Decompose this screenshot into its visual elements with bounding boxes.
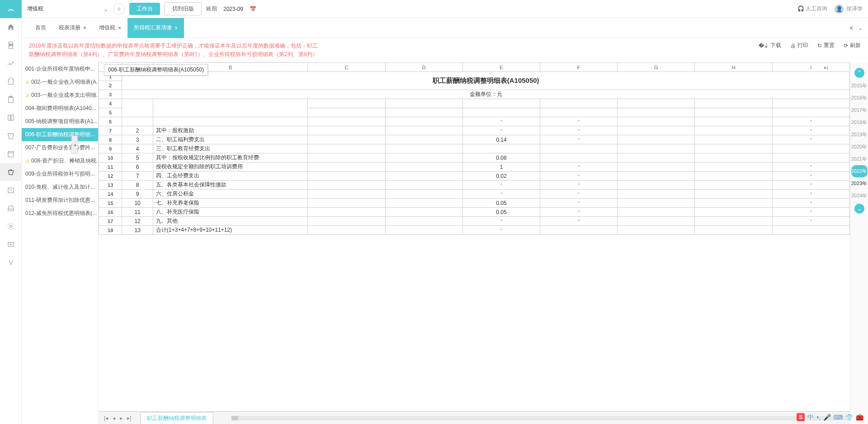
nav-home-icon[interactable] [0,18,22,36]
period-label: 账期 [206,5,217,13]
col-header[interactable]: E [462,63,540,72]
tab-close-icon[interactable]: × [83,25,86,31]
year-2019年[interactable]: 2019年 [851,129,868,141]
tax-type-dropdown[interactable]: 增值税 ⌄ [27,5,108,13]
ime-logo-icon[interactable]: S [797,413,805,421]
nav-archive-icon[interactable] [0,181,22,199]
workspace-button[interactable]: 工作台 [129,3,160,15]
sheet-hscroll[interactable] [231,416,850,420]
download-button[interactable]: �⤓ 下载 [759,42,781,49]
ime-toolbar: S 中 •, 🎤 ⌨ 👕 🧰 [797,413,863,421]
table-row: 72其中：股权激励*** [99,126,850,135]
sheet-nav-last-icon[interactable]: ▸| [125,415,133,421]
reset-button[interactable]: ↻ 重置 [817,42,835,49]
ime-mode[interactable]: 中 [807,413,814,421]
tab-0[interactable]: 首页 [29,18,52,38]
ime-skin-icon[interactable]: 👕 [845,414,853,421]
nav-tax-icon[interactable] [0,163,22,181]
calendar-icon[interactable]: 📅 [250,6,256,12]
tab-2[interactable]: 增值税 × [93,18,127,38]
ime-kb-icon[interactable]: ⌨ [834,414,843,421]
expand-panel-icon[interactable]: ▸| [824,64,828,71]
form-item-4[interactable]: 005-纳税调整项目明细表(A1... [22,115,98,128]
table-row: 6*** [99,117,850,126]
table-row: 116按税收规定全额扣除的职工培训费用1** [99,162,850,172]
nav-inbox-icon[interactable] [0,199,22,217]
collapse-sidebar-icon[interactable]: ◂ [71,136,78,154]
refresh-button[interactable]: ⟳ 刷新 [844,42,861,49]
nav-doc-icon[interactable] [0,36,22,54]
warn-icon: ⚠ [25,80,29,85]
tab-close-icon[interactable]: × [175,25,178,31]
col-header[interactable]: F [540,63,618,72]
sheet-nav-prev-icon[interactable]: ◂ [111,415,117,421]
tax-type-label: 增值税 [27,5,43,13]
print-button[interactable]: 🖨 打印 [790,42,808,49]
sheet-nav-first-icon[interactable]: |◂ [102,415,110,421]
form-item-8[interactable]: 009-企业所得税弥补亏损明... [22,167,98,181]
tab-menu-icon[interactable]: ⌄ [858,25,863,31]
nav-shirt-icon[interactable] [0,127,22,145]
form-item-6[interactable]: 007-广告费和业务宣传费跨... [22,141,98,154]
ime-mic-icon[interactable]: 🎤 [823,414,831,421]
year-2018年[interactable]: 2018年 [851,116,868,129]
form-item-2[interactable]: ⚠003-一般企业成本支出明细... [22,89,98,102]
table-row: 94三、职工教育经费支出 [99,144,850,153]
sheet-tab[interactable]: 职工薪酬纳税调整明细表 [140,412,213,424]
form-item-1[interactable]: ⚠002-一般企业收入明细表(A... [22,76,98,89]
table-row: 127四、工会经费支出0.02** [99,172,850,181]
nav-chart-icon[interactable] [0,54,22,72]
nav-clipboard-icon[interactable] [0,91,22,109]
year-2021年[interactable]: 2021年 [851,153,868,165]
svg-point-4 [9,225,12,228]
col-header[interactable]: D [385,63,462,72]
tab-1[interactable]: 税表清册 × [52,18,93,38]
col-header[interactable]: I [772,63,849,72]
year-2024年[interactable]: 2024年 [851,190,868,202]
sheet-nav-next-icon[interactable]: ▸ [118,415,124,421]
form-item-9[interactable]: 010-免税、减计收入及加计... [22,181,98,194]
year-2022年[interactable]: 2022年 [851,165,868,177]
year-2017年[interactable]: 2017年 [851,104,868,116]
user-menu[interactable]: 👤 徐泽华 [835,5,863,14]
warn-icon: ⚠ [25,93,29,98]
ime-tool-icon[interactable]: 🧰 [856,414,863,421]
year-2015年[interactable]: 2015年 [851,80,868,92]
nav-bag-icon[interactable] [0,72,22,91]
ime-punct-icon[interactable]: •, [816,414,821,421]
col-header[interactable]: G [618,63,695,72]
form-item-0[interactable]: 001-企业所得税年度纳税申... [22,62,98,76]
tab-close-icon[interactable]: × [118,25,121,31]
nav-video-icon[interactable] [0,235,22,253]
nav-calendar-icon[interactable] [0,145,22,163]
form-item-11[interactable]: 012-减免所得税优惠明细表(... [22,207,98,220]
nav-book-icon[interactable] [0,109,22,127]
svg-rect-2 [8,152,14,157]
top-bar: 增值税 ⌄ ≡ 工作台 切到旧版 账期 2023-09 📅 🎧 人工咨询 👤 徐… [22,0,868,18]
form-item-5[interactable]: 006-职工薪酬纳税调整明细... [22,128,98,141]
year-panel: ⌃ 2015年2016年2017年2018年2019年2020年2021年202… [850,62,868,424]
year-2023年[interactable]: 2023年 [851,177,868,190]
year-up-icon[interactable]: ⌃ [854,68,864,78]
col-header[interactable]: C [308,63,385,72]
info-button[interactable]: ≡ [113,3,125,15]
sheet-tab-bar: |◂ ◂ ▸ ▸| 职工薪酬纳税调整明细表 [99,411,850,424]
col-header[interactable]: H [695,63,772,72]
sheet-title: 职工薪酬纳税调整明细表(A105050) [122,72,850,90]
avatar-icon: 👤 [835,5,844,14]
old-version-button[interactable]: 切到旧版 [165,2,202,15]
form-item-10[interactable]: 011-研发费用加计扣除优惠... [22,194,98,207]
nav-v-icon[interactable] [0,253,22,272]
tab-3[interactable]: 所得税汇算清缴 × [127,18,184,38]
close-all-tabs-icon[interactable]: ✕ [849,25,854,31]
nav-settings-icon[interactable] [0,217,22,235]
form-item-3[interactable]: 004-期间费用明细表(A1040... [22,102,98,115]
year-2016年[interactable]: 2016年 [851,92,868,104]
app-logo [0,0,22,18]
form-item-7[interactable]: ⚠008-资产折旧、摊销及纳税... [22,154,98,167]
year-2020年[interactable]: 2020年 [851,141,868,153]
form-tooltip: 006-职工薪酬纳税调整明细表(A105050) [104,64,208,76]
period-value[interactable]: 2023-09 [223,6,243,12]
consult-link[interactable]: 🎧 人工咨询 [797,5,827,13]
year-down-icon[interactable]: ⌄ [854,204,864,214]
